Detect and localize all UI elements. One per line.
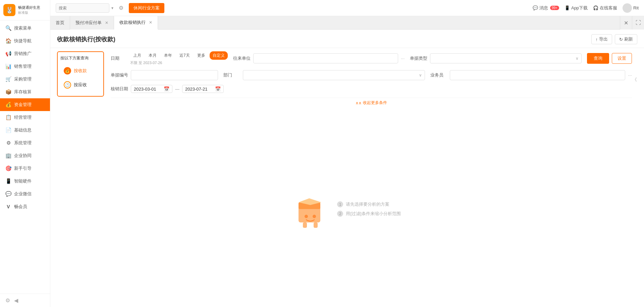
sidebar-item-inventory-label: 库存核算 — [14, 89, 32, 95]
tab-close-all-icon[interactable]: ✕ — [620, 16, 632, 30]
trading-partner-label: 往来单位 — [233, 55, 251, 61]
sidebar-item-inventory[interactable]: 📦 库存核算 — [0, 86, 50, 98]
tab-prepay[interactable]: 预付冲应付单 ✕ — [70, 16, 114, 30]
sidebar-item-quicknav-label: 快捷导航 — [14, 38, 32, 44]
sidebar-item-system[interactable]: ⚙ 系统管理 — [0, 137, 50, 149]
refresh-label: 刷新 — [624, 36, 633, 42]
sidebar-item-purchase-label: 采购管理 — [14, 76, 32, 82]
sidebar-item-sales-label: 销售管理 — [14, 63, 32, 69]
home-icon: 🏠 — [5, 38, 11, 44]
filter-left-panel: 按以下方案查询 💰 按收款 🕐 按应收 — [57, 51, 104, 97]
tab-home[interactable]: 首页 — [50, 16, 70, 30]
sidebar-item-corp-label: 企业协同 — [14, 153, 32, 159]
filter-dept-field: 部门 ∨ — [223, 70, 425, 80]
topbar-online-service[interactable]: 🎧 在线客服 — [593, 5, 617, 11]
sidebar-item-operation[interactable]: 📋 经营管理 — [0, 111, 50, 124]
panel-collapse-icon[interactable]: 《 — [632, 52, 637, 108]
topbar-app-download[interactable]: 📱 App下载 — [565, 5, 588, 11]
date-start-text: 2023-03-01 — [134, 87, 162, 92]
date-btn-more[interactable]: 更多 — [194, 51, 208, 60]
sidebar-item-finance[interactable]: 💰 资金管理 — [0, 98, 50, 111]
topbar-chevron-icon[interactable]: ▾ — [111, 6, 113, 10]
tab-writeoff-label: 收款核销执行 — [119, 19, 146, 25]
tab-writeoff[interactable]: 收款核销执行 ✕ — [114, 16, 158, 30]
chevron-up-icon: ∧∧ — [356, 101, 362, 105]
topbar-search-area: ▾ — [56, 3, 113, 13]
query-button[interactable]: 查询 — [587, 53, 609, 64]
date-btn-custom[interactable]: 自定义 — [210, 51, 228, 60]
date-end-input[interactable]: 2023-07-21 📅 — [182, 85, 224, 93]
topbar-gear-icon[interactable]: ⚙ — [119, 5, 123, 11]
tab-expand-icon[interactable]: ⛶ — [632, 16, 644, 30]
page-header: 收款核销执行(按收款) ↑ 导出 ↻ 刷新 — [50, 30, 644, 48]
date-btn-this-month[interactable]: 本月 — [146, 51, 160, 60]
topbar-message[interactable]: 💬 消息 99+ — [533, 5, 559, 11]
guide-icon: 🎯 — [5, 165, 11, 171]
staff-input[interactable] — [450, 70, 625, 80]
sidebar-collapse-icon[interactable]: ◀ — [14, 297, 18, 304]
sidebar-item-purchase[interactable]: 🛒 采购管理 — [0, 73, 50, 86]
sidebar-item-hardware[interactable]: 📱 智能硬件 — [0, 175, 50, 188]
tab-prepay-close-icon[interactable]: ✕ — [105, 20, 108, 25]
sidebar-item-search[interactable]: 🔍 搜索菜单 — [0, 22, 50, 35]
staff-dots[interactable]: ··· — [628, 72, 632, 78]
page-content: 收款核销执行(按收款) ↑ 导出 ↻ 刷新 按以下方案查询 💰 按收款 — [50, 30, 644, 307]
purchase-icon: 🛒 — [5, 76, 11, 82]
filter-option-by-receivable-label: 按应收 — [74, 82, 87, 88]
sidebar-item-marketing[interactable]: 📢 营销推广 — [0, 47, 50, 60]
trading-partner-dots[interactable]: ··· — [401, 56, 405, 61]
receivable-icon: 🕐 — [64, 81, 71, 89]
staff-label: 业务员 — [430, 72, 447, 78]
main-wrapper: ▾ ⚙ 休闲行业方案 💬 消息 99+ 📱 App下载 🎧 在线客服 Rit — [50, 0, 644, 307]
sidebar-item-guide-label: 新手引导 — [14, 165, 32, 171]
calendar-start-icon: 📅 — [164, 86, 169, 92]
sidebar-item-guide[interactable]: 🎯 新手引导 — [0, 162, 50, 175]
empty-text: 1 请先选择要分析的方案 2 用[过滤]条件来缩小分析范围 — [337, 201, 400, 217]
sidebar-item-wechat-label: 企业微信 — [14, 191, 32, 197]
filter-option-by-receivable[interactable]: 🕐 按应收 — [60, 79, 101, 91]
refresh-button[interactable]: ↻ 刷新 — [615, 34, 637, 44]
setting-button[interactable]: 设置 — [612, 53, 632, 64]
sidebar-settings-icon[interactable]: ⚙ — [5, 297, 10, 304]
date-btn-this-year[interactable]: 本年 — [161, 51, 175, 60]
sidebar-item-basic[interactable]: 📄 基础信息 — [0, 124, 50, 137]
bill-type-select[interactable]: ∨ — [430, 53, 582, 63]
sidebar-item-quicknav[interactable]: 🏠 快捷导航 — [0, 35, 50, 47]
sidebar-item-basic-label: 基础信息 — [14, 127, 32, 133]
empty-hint-1-text: 请先选择要分析的方案 — [346, 201, 389, 207]
filter-option-by-receipt[interactable]: 💰 按收款 — [60, 64, 101, 77]
sidebar-item-corp[interactable]: 🏢 企业协同 — [0, 149, 50, 162]
operation-icon: 📋 — [5, 114, 11, 120]
collapse-bar[interactable]: ∧∧ 收起更多条件 — [111, 98, 632, 108]
topbar-user[interactable]: Rit — [623, 3, 639, 13]
bill-type-arrow: ∨ — [576, 56, 579, 61]
member-icon: V — [5, 204, 11, 209]
date-btn-last-7days[interactable]: 近7天 — [176, 51, 193, 60]
topbar: ▾ ⚙ 休闲行业方案 💬 消息 99+ 📱 App下载 🎧 在线客服 Rit — [50, 0, 644, 16]
tabbar-actions: ✕ ⛶ — [620, 16, 644, 30]
sidebar-item-member[interactable]: V 畅会员 — [0, 200, 50, 213]
sidebar-item-wechat[interactable]: 💬 企业微信 — [0, 188, 50, 200]
bill-no-input[interactable] — [131, 70, 218, 80]
date-hint: 不限 至 2023-07-26 — [130, 60, 228, 65]
finance-icon: 💰 — [5, 102, 11, 108]
date-separator: — — [175, 87, 179, 92]
export-button[interactable]: ↑ 导出 — [591, 34, 612, 44]
topbar-right: 💬 消息 99+ 📱 App下载 🎧 在线客服 Rit — [533, 3, 639, 13]
filter-actions: 查询 设置 — [587, 53, 632, 64]
dept-select[interactable]: ∨ — [243, 70, 425, 80]
sidebar-item-system-label: 系统管理 — [14, 140, 32, 146]
wechat-icon: 💬 — [5, 191, 11, 197]
date-start-input[interactable]: 2023-03-01 📅 — [131, 85, 172, 93]
tab-writeoff-close-icon[interactable]: ✕ — [149, 20, 152, 25]
filter-row-3: 核销日期 2023-03-01 📅 — 2023-07-21 📅 — [111, 85, 632, 93]
service-label: 在线客服 — [600, 5, 617, 11]
receipt-icon: 💰 — [64, 67, 71, 74]
date-btn-last-month[interactable]: 上月 — [130, 51, 144, 60]
sidebar-item-sales[interactable]: 📊 销售管理 — [0, 60, 50, 73]
trading-partner-input[interactable] — [253, 53, 398, 63]
topbar-search-input[interactable] — [56, 3, 109, 13]
solution-button[interactable]: 休闲行业方案 — [129, 3, 164, 13]
corp-icon: 🏢 — [5, 153, 11, 159]
filter-right-panel: 日期 上月 本月 本年 近7天 更多 自定义 不限 至 2023-07-26 — [111, 51, 632, 108]
